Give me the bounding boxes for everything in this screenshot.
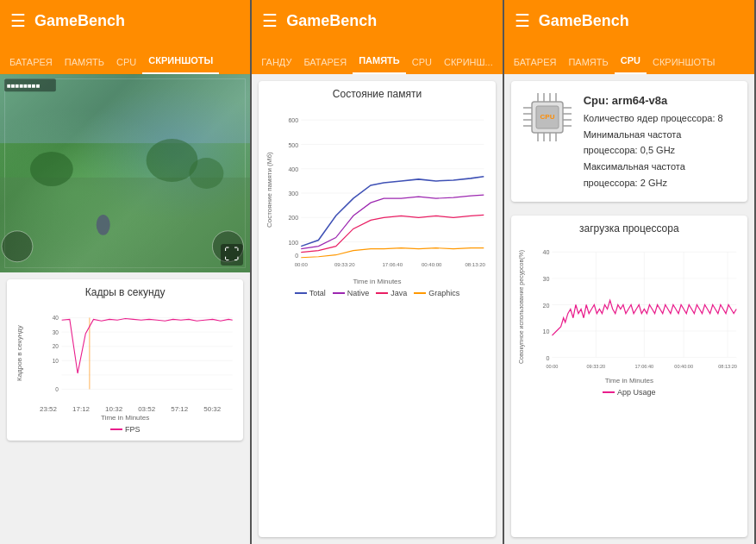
fps-chart-card: Кадры в секунду Кадров в секунду 40 30 2… [7, 279, 243, 441]
app-usage-legend-dot [603, 391, 615, 393]
total-legend-dot [295, 292, 307, 294]
memory-legend: Total Native Java Graphics [266, 289, 488, 297]
memory-chart-svg: 600 500 400 300 200 100 0 00:00 [279, 103, 488, 276]
tab-1-screenshots[interactable]: СКРИНШОТЫ [142, 48, 219, 74]
svg-text:10: 10 [542, 328, 549, 335]
tab-1-cpu[interactable]: CPU [110, 50, 142, 74]
tabbar-1: БАТАРЕЯ ПАМЯТЬ CPU СКРИНШОТЫ [0, 41, 250, 74]
memory-x-label: Time in Minutes [266, 278, 488, 285]
svg-text:40: 40 [53, 315, 59, 321]
fps-xaxis: 23:52 17:12 10:32 03:52 57:12 50:32 [14, 405, 236, 413]
svg-text:500: 500 [289, 142, 299, 148]
svg-text:00:00: 00:00 [295, 262, 309, 267]
hamburger-icon-1[interactable]: ☰ [10, 10, 26, 31]
memory-legend-graphics: Graphics [414, 289, 459, 297]
native-legend-dot [333, 292, 345, 294]
svg-text:00:40:00: 00:40:00 [674, 363, 693, 368]
cpu-chart-card: загрузка процессора Совокупное использов… [511, 216, 747, 537]
fps-x-tick-3: 03:52 [138, 405, 155, 413]
svg-text:0: 0 [55, 386, 59, 392]
svg-rect-1 [0, 178, 250, 272]
svg-text:300: 300 [289, 191, 299, 197]
panel-2-content: Состояние памяти Состояние памяти (Мб) 6… [252, 74, 502, 544]
memory-chart-title: Состояние памяти [266, 88, 488, 100]
tabbar-2: ГАНДУ БАТАРЕЯ ПАМЯТЬ CPU СКРИНШ... [252, 41, 502, 74]
svg-text:10: 10 [53, 358, 59, 364]
fps-x-tick-2: 10:32 [105, 405, 122, 413]
header-3: ☰ GameBench [504, 0, 754, 41]
fps-legend-fps: FPS [110, 425, 141, 434]
memory-legend-java: Java [376, 289, 407, 297]
tab-3-battery[interactable]: БАТАРЕЯ [508, 50, 563, 74]
tab-3-screenshots[interactable]: СКРИНШОТЫ [647, 50, 722, 74]
cpu-chart-svg: 40 30 20 10 0 00:00 09:33:20 17:06:40 00… [530, 238, 740, 376]
svg-text:CPU: CPU [540, 113, 554, 121]
fps-y-label: Кадров в секунду [16, 302, 23, 405]
cpu-chart-title: загрузка процессора [518, 222, 740, 234]
panel-3: ☰ GameBench БАТАРЕЯ ПАМЯТЬ CPU СКРИНШОТЫ… [504, 0, 756, 544]
panel-3-content: CPU [504, 74, 754, 544]
memory-y-label: Состояние памяти (Мб) [266, 103, 279, 276]
fps-x-tick-4: 57:12 [171, 405, 188, 413]
tab-2-gandu[interactable]: ГАНДУ [255, 50, 297, 74]
svg-text:17:06:40: 17:06:40 [383, 262, 403, 267]
fps-x-tick-1: 17:12 [72, 405, 90, 413]
svg-text:00:40:00: 00:40:00 [422, 262, 442, 267]
tab-2-cpu[interactable]: CPU [406, 50, 438, 74]
svg-text:00:00: 00:00 [546, 363, 558, 368]
fps-chart-svg: 40 30 20 10 0 [14, 302, 236, 405]
tab-3-memory[interactable]: ПАМЯТЬ [562, 50, 614, 74]
app-title-3: GameBench [539, 12, 629, 30]
screenshot-image[interactable]: ■■■■■■■■ ⛶ [0, 74, 250, 272]
cpu-name: Cpu: arm64-v8a [584, 91, 737, 110]
fps-legend: FPS [14, 425, 236, 434]
header-2: ☰ GameBench [252, 0, 502, 41]
tabbar-3: БАТАРЕЯ ПАМЯТЬ CPU СКРИНШОТЫ [504, 41, 754, 74]
cpu-min-freq: Минимальная частота процессора: 0,5 GHz [584, 127, 737, 159]
svg-text:08:13:20: 08:13:20 [465, 262, 486, 267]
tab-2-memory[interactable]: ПАМЯТЬ [353, 48, 406, 74]
fps-chart-area: Кадров в секунду 40 30 20 10 0 [14, 302, 236, 405]
tab-2-battery[interactable]: БАТАРЕЯ [297, 50, 353, 74]
tab-3-cpu[interactable]: CPU [615, 48, 647, 74]
cpu-cores: Количество ядер процессора: 8 [584, 110, 737, 127]
graphics-legend-label: Graphics [428, 289, 459, 297]
cpu-y-label: Совокупное использование ресурсов(%) [518, 238, 530, 376]
cpu-max-freq: Максимальная частота процессора: 2 GHz [584, 159, 737, 191]
memory-chart-card: Состояние памяти Состояние памяти (Мб) 6… [259, 81, 495, 537]
tab-2-screenshots[interactable]: СКРИНШ... [438, 50, 499, 74]
svg-text:17:06:40: 17:06:40 [634, 363, 653, 368]
svg-text:09:33:20: 09:33:20 [334, 262, 355, 267]
app-usage-legend-label: App Usage [617, 388, 656, 397]
memory-chart-area: Состояние памяти (Мб) 600 500 400 300 20… [266, 103, 488, 276]
cpu-legend-app: App Usage [603, 388, 656, 397]
expand-icon[interactable]: ⛶ [221, 244, 243, 266]
tab-1-memory[interactable]: ПАМЯТЬ [59, 50, 110, 74]
svg-text:30: 30 [53, 329, 59, 335]
total-legend-label: Total [309, 289, 326, 297]
svg-text:30: 30 [542, 275, 549, 282]
graphics-legend-dot [414, 292, 426, 294]
svg-text:200: 200 [289, 215, 299, 221]
memory-legend-native: Native [333, 289, 370, 297]
tab-1-battery[interactable]: БАТАРЕЯ [3, 50, 59, 74]
panel-1: ☰ GameBench БАТАРЕЯ ПАМЯТЬ CPU СКРИНШОТЫ [0, 0, 252, 544]
svg-point-2 [30, 152, 73, 186]
svg-text:100: 100 [289, 240, 299, 246]
svg-text:09:33:20: 09:33:20 [586, 363, 605, 368]
memory-legend-total: Total [295, 289, 326, 297]
fps-legend-dot [110, 428, 122, 430]
cpu-svg: CPU [522, 91, 573, 143]
hamburger-icon-3[interactable]: ☰ [515, 10, 530, 31]
fps-x-tick-0: 23:52 [40, 405, 57, 413]
fps-x-tick-5: 50:32 [203, 405, 221, 413]
panel-2: ☰ GameBench ГАНДУ БАТАРЕЯ ПАМЯТЬ CPU СКР… [252, 0, 503, 544]
native-legend-label: Native [347, 289, 370, 297]
svg-text:■■■■■■■■: ■■■■■■■■ [7, 82, 41, 90]
java-legend-dot [376, 292, 388, 294]
cpu-info-card: CPU [511, 81, 747, 202]
app-title-1: GameBench [34, 12, 125, 30]
svg-point-4 [189, 158, 223, 189]
header-1: ☰ GameBench [0, 0, 250, 41]
hamburger-icon-2[interactable]: ☰ [262, 10, 278, 31]
